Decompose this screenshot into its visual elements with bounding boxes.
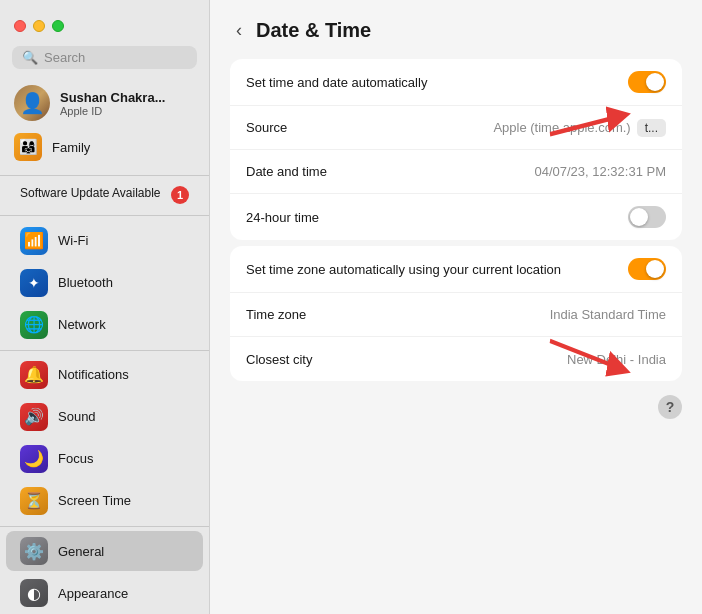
search-bar[interactable]: 🔍 (12, 46, 197, 69)
sidebar-item-label-network: Network (58, 317, 106, 332)
sidebar-item-label-wifi: Wi-Fi (58, 233, 88, 248)
sidebar-item-bluetooth[interactable]: ✦ Bluetooth (6, 263, 203, 303)
closest-city-value: New Delhi - India (567, 352, 666, 367)
sidebar-item-software-update[interactable]: Software Update Available 1 (6, 180, 203, 210)
sidebar-item-appearance[interactable]: ◐ Appearance (6, 573, 203, 613)
sidebar-item-label-sound: Sound (58, 409, 96, 424)
row-24hour: 24-hour time (230, 194, 682, 240)
main-header: ‹ Date & Time (210, 0, 702, 53)
toggle-thumb-24 (630, 208, 648, 226)
main-panel: ‹ Date & Time Set time and date automati… (210, 0, 702, 614)
sidebar-item-label-bluetooth: Bluetooth (58, 275, 113, 290)
sound-icon: 🔊 (20, 403, 48, 431)
row-auto-timezone: Set time zone automatically using your c… (230, 246, 682, 293)
row-source: Source Apple (time.apple.com.) t... (230, 106, 682, 150)
sidebar-item-focus[interactable]: 🌙 Focus (6, 439, 203, 479)
sidebar-item-label-focus: Focus (58, 451, 93, 466)
source-label: Source (246, 120, 287, 135)
general-icon: ⚙️ (20, 537, 48, 565)
sidebar-item-label-screentime: Screen Time (58, 493, 131, 508)
family-icon: 👨‍👩‍👧 (14, 133, 42, 161)
appearance-icon: ◐ (20, 579, 48, 607)
timezone-label: Time zone (246, 307, 306, 322)
help-button[interactable]: ? (658, 395, 682, 419)
close-button[interactable] (14, 20, 26, 32)
sidebar-item-label-general: General (58, 544, 104, 559)
row-auto-datetime: Set time and date automatically (230, 59, 682, 106)
sidebar-item-notifications[interactable]: 🔔 Notifications (6, 355, 203, 395)
update-badge: 1 (171, 186, 189, 204)
family-row[interactable]: 👨‍👩‍👧 Family (0, 129, 209, 171)
toggle-thumb (646, 73, 664, 91)
screentime-icon: ⏳ (20, 487, 48, 515)
user-name: Sushan Chakra... (60, 90, 165, 105)
user-section[interactable]: Sushan Chakra... Apple ID (0, 79, 209, 129)
settings-section-1: Set time and date automatically Source A… (230, 59, 682, 240)
wifi-icon: 📶 (20, 227, 48, 255)
row-closest-city: Closest city New Delhi - India (230, 337, 682, 381)
page-title: Date & Time (256, 19, 371, 42)
settings-section-2: Set time zone automatically using your c… (230, 246, 682, 381)
sidebar-item-sound[interactable]: 🔊 Sound (6, 397, 203, 437)
sidebar: 🔍 Sushan Chakra... Apple ID 👨‍👩‍👧 Family… (0, 0, 210, 614)
source-edit-button[interactable]: t... (637, 119, 666, 137)
family-label: Family (52, 140, 90, 155)
source-value: Apple (time.apple.com.) (493, 120, 630, 135)
24hour-toggle[interactable] (628, 206, 666, 228)
network-icon: 🌐 (20, 311, 48, 339)
user-info: Sushan Chakra... Apple ID (60, 90, 165, 117)
sidebar-item-wifi[interactable]: 📶 Wi-Fi (6, 221, 203, 261)
sidebar-item-general[interactable]: ⚙️ General (6, 531, 203, 571)
maximize-button[interactable] (52, 20, 64, 32)
sidebar-item-screentime[interactable]: ⏳ Screen Time (6, 481, 203, 521)
timezone-value: India Standard Time (550, 307, 666, 322)
software-update-label: Software Update Available 1 (20, 186, 189, 204)
date-time-label: Date and time (246, 164, 327, 179)
sidebar-item-network[interactable]: 🌐 Network (6, 305, 203, 345)
toggle-thumb-tz (646, 260, 664, 278)
auto-datetime-toggle[interactable] (628, 71, 666, 93)
row-date-time: Date and time 04/07/23, 12:32:31 PM (230, 150, 682, 194)
24hour-label: 24-hour time (246, 210, 319, 225)
bluetooth-icon: ✦ (20, 269, 48, 297)
notifications-icon: 🔔 (20, 361, 48, 389)
row-timezone: Time zone India Standard Time (230, 293, 682, 337)
avatar (14, 85, 50, 121)
sidebar-item-label-appearance: Appearance (58, 586, 128, 601)
search-icon: 🔍 (22, 50, 38, 65)
main-content: Set time and date automatically Source A… (210, 53, 702, 614)
closest-city-label: Closest city (246, 352, 312, 367)
date-time-value: 04/07/23, 12:32:31 PM (534, 164, 666, 179)
search-input[interactable] (44, 50, 187, 65)
help-button-container: ? (210, 387, 702, 427)
user-sub: Apple ID (60, 105, 165, 117)
auto-datetime-label: Set time and date automatically (246, 75, 427, 90)
traffic-lights (0, 12, 209, 46)
focus-icon: 🌙 (20, 445, 48, 473)
back-button[interactable]: ‹ (230, 18, 248, 43)
auto-timezone-toggle[interactable] (628, 258, 666, 280)
source-value-group: Apple (time.apple.com.) t... (493, 119, 666, 137)
sidebar-item-label-notifications: Notifications (58, 367, 129, 382)
minimize-button[interactable] (33, 20, 45, 32)
auto-timezone-label: Set time zone automatically using your c… (246, 262, 561, 277)
